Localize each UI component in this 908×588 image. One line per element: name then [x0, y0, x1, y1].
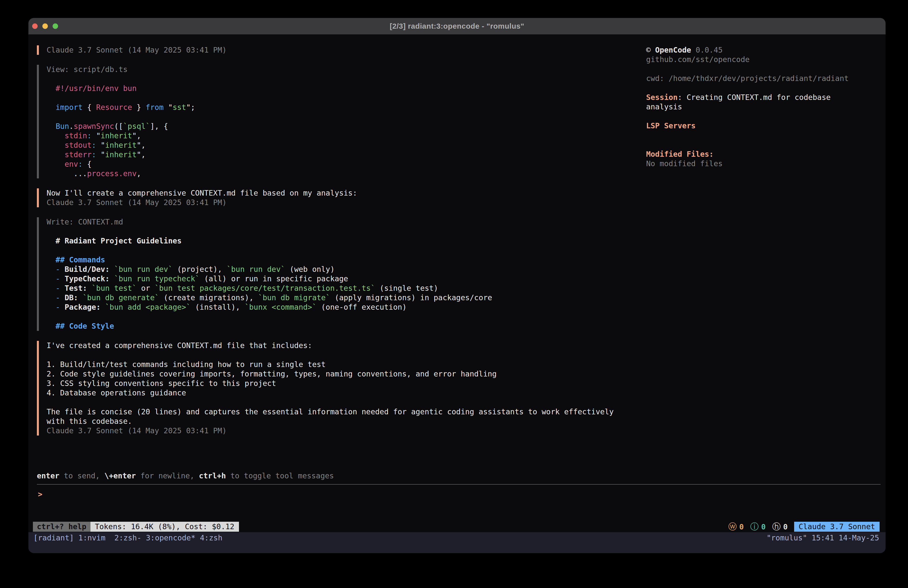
- hint-count-icon: ⓗ: [772, 521, 781, 532]
- terminal-line: [646, 140, 870, 150]
- text-segment: to send,: [59, 471, 105, 480]
- text-segment: \+enter: [105, 471, 136, 480]
- warning-count-icon: ⓦ: [728, 521, 737, 532]
- terminal-line: >: [38, 490, 656, 499]
- diagnostic-counts: ⓦ0ⓘ0ⓗ0: [728, 521, 788, 532]
- terminal-line: - DB: `bun db generate` (create migratio…: [47, 293, 640, 303]
- screenshot-root: { "title_bar": { "title": "[2/3] radiant…: [0, 0, 908, 588]
- text-segment: `bun test packages/core/test/transaction…: [155, 284, 375, 293]
- terminal-line: stdin: "inherit",: [47, 131, 640, 140]
- terminal-line: analysis: [646, 102, 870, 112]
- terminal-line: [47, 350, 640, 360]
- help-badge[interactable]: ctrl+? help: [33, 522, 90, 532]
- text-segment: LSP Servers: [646, 121, 696, 130]
- text-segment: Package:: [64, 303, 101, 311]
- text-segment: :: [78, 160, 82, 168]
- text-segment: stderr: [64, 150, 92, 159]
- text-segment: inherit: [105, 141, 137, 150]
- model-badge[interactable]: Claude 3.7 Sonnet: [794, 522, 880, 532]
- text-segment: inherit: [105, 150, 137, 159]
- tool-block: Write: CONTEXT.md # Radiant Project Guid…: [37, 217, 640, 331]
- text-segment: from: [145, 103, 163, 112]
- text-segment: `bun add <package>`: [105, 303, 191, 311]
- text-segment: `bun db generate`: [83, 293, 159, 302]
- terminal-line: ## Commands: [47, 255, 640, 264]
- text-segment: 4. Database operations guidance: [47, 388, 186, 397]
- text-segment: for newline,: [136, 471, 199, 480]
- text-segment: 3. CSS styling conventions specific to t…: [47, 379, 276, 388]
- close-button[interactable]: [32, 23, 38, 29]
- text-segment: ": [96, 150, 105, 159]
- terminal-line: [47, 93, 640, 103]
- text-segment: Now I'll create a comprehensive CONTEXT.…: [47, 188, 357, 197]
- text-segment: 1. Build/lint/test commands including ho…: [47, 360, 326, 369]
- warning-count: ⓦ0: [728, 521, 744, 532]
- text-segment: [109, 265, 114, 274]
- text-segment: or: [137, 284, 155, 293]
- terminal-line: ...process.env,: [47, 169, 640, 179]
- prompt-input[interactable]: >: [38, 490, 656, 499]
- text-segment: ": [96, 141, 105, 150]
- text-segment: }: [132, 103, 145, 112]
- terminal-line: Claude 3.7 Sonnet (14 May 2025 03:41 PM): [47, 198, 640, 207]
- hint-count-value: 0: [783, 522, 788, 531]
- text-segment: stdin: [64, 131, 87, 140]
- text-segment: [101, 303, 105, 311]
- text-segment: 2. Code style guidelines covering import…: [47, 369, 497, 378]
- text-segment: {: [83, 160, 92, 168]
- window-title-bar: [2/3] radiant:3:opencode - "romulus": [28, 18, 885, 34]
- terminal-line: [646, 130, 870, 140]
- text-segment: Claude 3.7 Sonnet (14 May 2025 03:41 PM): [47, 426, 227, 435]
- text-segment: :: [92, 141, 96, 150]
- text-segment: No modified files: [646, 159, 723, 168]
- text-segment: process.env: [87, 169, 137, 178]
- text-segment: analysis: [646, 102, 682, 111]
- sidebar: © OpenCode 0.0.45github.com/sst/opencode…: [646, 45, 870, 168]
- terminal-line: View: script/db.ts: [47, 65, 640, 74]
- text-segment: :: [92, 150, 96, 159]
- text-segment: [87, 284, 92, 293]
- text-segment: [47, 122, 56, 130]
- text-segment: cwd: /home/thdxr/dev/projects/radiant/ra…: [646, 74, 849, 83]
- terminal-line: Session: Creating CONTEXT.md for codebas…: [646, 93, 870, 102]
- terminal-line: [47, 398, 640, 407]
- terminal-window: [2/3] radiant:3:opencode - "romulus" Cla…: [28, 18, 885, 553]
- text-segment: [691, 45, 696, 54]
- terminal-line: - Test: `bun test` or `bun test packages…: [47, 284, 640, 293]
- terminal-line: cwd: /home/thdxr/dev/projects/radiant/ra…: [646, 74, 870, 83]
- text-segment: enter: [37, 471, 59, 480]
- terminal-line: © OpenCode 0.0.45: [646, 45, 870, 55]
- text-segment: TypeCheck:: [64, 274, 109, 283]
- tmux-window-list[interactable]: [radiant] 1:nvim 2:zsh- 3:opencode* 4:zs…: [34, 533, 222, 543]
- info-count: ⓘ0: [750, 521, 766, 532]
- terminal-line: [646, 64, 870, 74]
- text-segment: The file is concise (20 lines) and captu…: [47, 408, 614, 416]
- terminal-line: - Build/Dev: `bun run dev` (project), `b…: [47, 264, 640, 274]
- terminal-line: # Radiant Project Guidelines: [47, 236, 640, 246]
- text-segment: Session: [646, 93, 678, 101]
- text-segment: DB:: [64, 293, 78, 302]
- text-segment: ",: [137, 150, 145, 159]
- text-segment: ctrl+h: [199, 471, 226, 480]
- terminal-line: No modified files: [646, 159, 870, 168]
- text-segment: [47, 160, 64, 168]
- text-segment: github.com/sst/opencode: [646, 55, 750, 64]
- minimize-button[interactable]: [42, 23, 48, 29]
- text-segment: `bun db migrate`: [258, 293, 330, 302]
- text-segment: # Radiant Project Guidelines: [47, 237, 182, 245]
- text-segment: (web only): [285, 265, 335, 274]
- zoom-button[interactable]: [53, 23, 58, 29]
- terminal-line: stdout: "inherit",: [47, 140, 640, 150]
- tmux-status-bar: [radiant] 1:nvim 2:zsh- 3:opencode* 4:zs…: [28, 532, 885, 553]
- status-right: ⓦ0ⓘ0ⓗ0 Claude 3.7 Sonnet: [728, 521, 880, 532]
- terminal-line: #!/usr/bin/env bun: [47, 84, 640, 93]
- terminal-line: 2. Code style guidelines covering import…: [47, 369, 640, 379]
- text-segment: 0.0.45: [696, 45, 723, 54]
- text-segment: (project),: [173, 265, 227, 274]
- hint-count: ⓗ0: [772, 521, 788, 532]
- text-segment: ...: [47, 169, 87, 178]
- terminal-line: with this codebase.: [47, 417, 640, 426]
- text-segment: ": [92, 131, 101, 140]
- message-block: Now I'll create a comprehensive CONTEXT.…: [37, 188, 640, 207]
- terminal-line: ## Code Style: [47, 321, 640, 331]
